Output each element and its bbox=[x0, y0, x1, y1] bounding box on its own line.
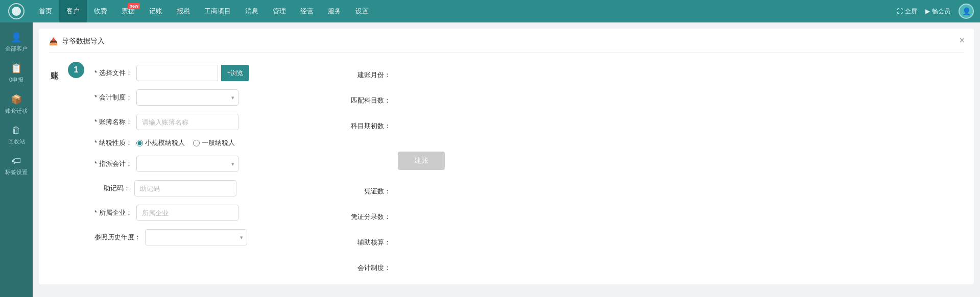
file-input[interactable] bbox=[136, 65, 218, 81]
match-subject-row: 匹配科目数： bbox=[350, 92, 493, 109]
accounting-system-select[interactable] bbox=[136, 89, 238, 106]
top-navigation: 首页 客户 收费 票据 new 记账 报税 工商项目 消息 管理 经营 服务 设… bbox=[0, 0, 980, 22]
member-icon: ▶ bbox=[925, 8, 930, 15]
logo-circle bbox=[8, 3, 25, 19]
voucher-records-label: 凭证分录数： bbox=[350, 212, 391, 221]
build-btn-container: 建账 bbox=[350, 147, 493, 170]
file-input-group: +浏览 bbox=[136, 65, 249, 81]
all-customers-icon: 👤 bbox=[11, 32, 22, 43]
nav-settings[interactable]: 设置 bbox=[348, 0, 376, 22]
sidebar-item-all-customers[interactable]: 👤 全部客户 bbox=[0, 27, 33, 58]
avatar[interactable]: 👤 bbox=[959, 4, 974, 19]
subject-initial-row: 科目期初数： bbox=[350, 118, 493, 134]
voucher-records-row: 凭证分录数： bbox=[350, 209, 493, 225]
month-row: 建账月份： bbox=[350, 67, 493, 83]
main-layout: 👤 全部客户 📋 0申报 📦 账套迁移 🗑 回收站 🏷 标签设置 📥 导爷数据导… bbox=[0, 22, 980, 297]
fullscreen-icon: ⛶ bbox=[897, 8, 903, 15]
step-indicator: 建账 1 bbox=[49, 65, 74, 276]
file-label: * 选择文件： bbox=[94, 68, 132, 78]
nav-business[interactable]: 工商项目 bbox=[197, 0, 238, 22]
nav-invoice[interactable]: 票据 new bbox=[114, 0, 142, 22]
history-year-select[interactable] bbox=[145, 229, 247, 245]
tax-small-label: 小规模纳税人 bbox=[145, 138, 185, 147]
invoice-badge: new bbox=[128, 3, 140, 9]
step-badge: 1 bbox=[68, 62, 84, 78]
history-year-select-wrapper bbox=[145, 229, 247, 245]
company-input[interactable] bbox=[136, 205, 238, 221]
nav-fee[interactable]: 收费 bbox=[87, 0, 114, 22]
main-card: 📥 导爷数据导入 × 建账 1 * 选择文件： bbox=[39, 29, 974, 284]
memo-label: 助记码： bbox=[94, 184, 130, 193]
auxiliary-row: 辅助核算： bbox=[350, 234, 493, 251]
company-row: * 所属企业： bbox=[94, 205, 309, 221]
nav-home[interactable]: 首页 bbox=[32, 0, 59, 22]
tax-small-radio[interactable] bbox=[136, 140, 143, 146]
content-area: 📥 导爷数据导入 × 建账 1 * 选择文件： bbox=[33, 22, 980, 297]
accountant-select-wrapper bbox=[136, 156, 238, 172]
nav-right: ⛶ 全屏 ▶ 畅会员 👤 bbox=[897, 4, 980, 19]
nav-customer[interactable]: 客户 bbox=[59, 0, 87, 22]
browse-button[interactable]: +浏览 bbox=[221, 65, 249, 81]
match-subject-label: 匹配科目数： bbox=[350, 96, 391, 105]
tax-type-row: * 纳税性质： 小规模纳税人 一般纳税人 bbox=[94, 138, 309, 147]
form-wrapper: 建账 1 * 选择文件： +浏览 * 会计制度： bbox=[49, 65, 964, 276]
auxiliary-label: 辅助核算： bbox=[350, 238, 391, 247]
nav-service[interactable]: 服务 bbox=[321, 0, 348, 22]
ledger-name-row: * 账簿名称： bbox=[94, 114, 309, 130]
voucher-row: 凭证数： bbox=[350, 183, 493, 200]
sidebar-item-account-migrate[interactable]: 📦 账套迁移 bbox=[0, 89, 33, 120]
tax-general-option[interactable]: 一般纳税人 bbox=[193, 138, 235, 147]
nav-manage[interactable]: 管理 bbox=[266, 0, 293, 22]
right-column: 建账月份： 匹配科目数： 科目期初数： bbox=[350, 65, 493, 276]
month-label: 建账月份： bbox=[350, 70, 391, 80]
nav-ledger[interactable]: 记账 bbox=[142, 0, 170, 22]
ledger-name-input[interactable] bbox=[136, 114, 238, 130]
member-btn[interactable]: ▶ 畅会员 bbox=[925, 7, 950, 16]
sidebar-item-recycle[interactable]: 🗑 回收站 bbox=[0, 120, 33, 151]
tax-type-label: * 纳税性质： bbox=[94, 138, 132, 147]
account-migrate-icon: 📦 bbox=[11, 94, 22, 105]
sidebar: 👤 全部客户 📋 0申报 📦 账套迁移 🗑 回收站 🏷 标签设置 bbox=[0, 22, 33, 297]
memo-input[interactable] bbox=[134, 180, 236, 196]
subject-initial-label: 科目期初数： bbox=[350, 121, 391, 131]
form-right: 建账月份： 匹配科目数： 科目期初数： bbox=[329, 65, 493, 276]
memo-row: 助记码： bbox=[94, 180, 309, 196]
voucher-label: 凭证数： bbox=[350, 187, 391, 196]
tag-settings-icon: 🏷 bbox=[12, 156, 21, 166]
declaration-icon: 📋 bbox=[11, 63, 22, 74]
accountant-select[interactable] bbox=[136, 156, 238, 172]
fullscreen-btn[interactable]: ⛶ 全屏 bbox=[897, 7, 917, 16]
card-title: 导爷数据导入 bbox=[62, 37, 105, 46]
recycle-icon: 🗑 bbox=[12, 125, 21, 136]
logo-inner bbox=[12, 7, 21, 16]
accountant-label: * 指派会计： bbox=[94, 159, 132, 168]
history-year-row: 参照历史年度： bbox=[94, 229, 309, 245]
import-icon: 📥 bbox=[49, 37, 58, 45]
logo bbox=[5, 0, 28, 22]
accountant-row: * 指派会计： bbox=[94, 156, 309, 172]
ledger-name-label: * 账簿名称： bbox=[94, 117, 132, 127]
nav-finance[interactable]: 经营 bbox=[293, 0, 321, 22]
right-accounting-system-label: 会计制度： bbox=[350, 263, 391, 273]
card-header: 📥 导爷数据导入 bbox=[49, 37, 964, 53]
close-button[interactable]: × bbox=[959, 36, 965, 45]
tax-small-option[interactable]: 小规模纳税人 bbox=[136, 138, 185, 147]
accounting-system-label: * 会计制度： bbox=[94, 93, 132, 102]
tax-general-radio[interactable] bbox=[193, 140, 200, 146]
company-label: * 所属企业： bbox=[94, 208, 132, 217]
right-accounting-system-row: 会计制度： bbox=[350, 260, 493, 276]
nav-menu: 首页 客户 收费 票据 new 记账 报税 工商项目 消息 管理 经营 服务 设… bbox=[32, 0, 897, 22]
build-button[interactable]: 建账 bbox=[398, 152, 445, 170]
file-row: * 选择文件： +浏览 bbox=[94, 65, 309, 81]
tax-type-radio-group: 小规模纳税人 一般纳税人 bbox=[136, 138, 235, 147]
nav-message[interactable]: 消息 bbox=[238, 0, 266, 22]
tax-general-label: 一般纳税人 bbox=[202, 138, 235, 147]
accounting-system-select-wrapper bbox=[136, 89, 238, 106]
nav-tax[interactable]: 报税 bbox=[170, 0, 197, 22]
accounting-system-row: * 会计制度： bbox=[94, 89, 309, 106]
history-year-label: 参照历史年度： bbox=[94, 233, 141, 242]
sidebar-item-declaration[interactable]: 📋 0申报 bbox=[0, 58, 33, 89]
sidebar-item-tag-settings[interactable]: 🏷 标签设置 bbox=[0, 151, 33, 181]
avatar-icon: 👤 bbox=[962, 7, 971, 15]
form-center: * 选择文件： +浏览 * 会计制度： bbox=[94, 65, 309, 276]
